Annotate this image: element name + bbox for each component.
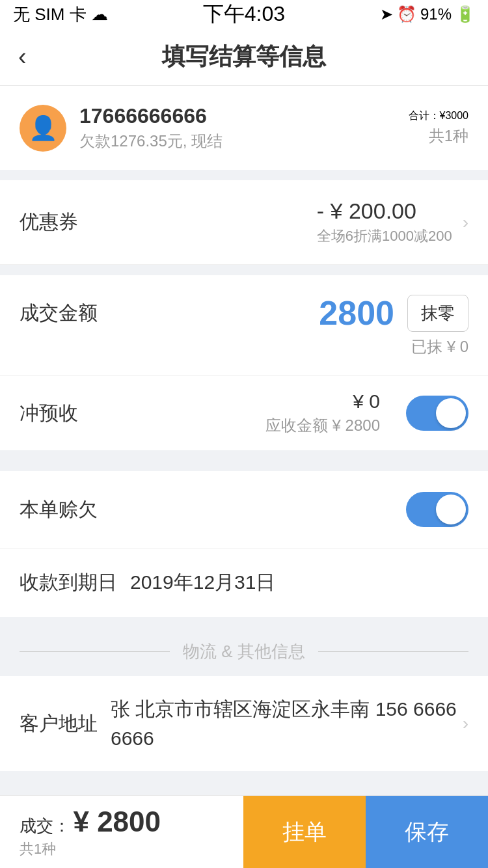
customer-left: 👤 17666666666 欠款1276.35元, 现结 — [20, 104, 223, 152]
bottom-bar: 成交： ¥ 2800 共1种 挂单 保存 — [0, 795, 488, 868]
customer-phone: 17666666666 — [79, 104, 223, 128]
toggle-knob — [436, 398, 466, 428]
debt-toggle-knob — [436, 495, 466, 524]
save-button[interactable]: 保存 — [366, 796, 488, 869]
nav-bar: ‹ 填写结算等信息 — [0, 29, 488, 86]
transaction-label: 成交金额 — [20, 300, 98, 327]
prereceive-toggle[interactable] — [406, 396, 468, 431]
line-left — [20, 651, 170, 652]
prereceive-amount: ¥ 0 — [265, 390, 380, 413]
round-button[interactable]: 抹零 — [407, 295, 468, 332]
battery-status: 91% — [420, 5, 452, 23]
coupon-desc: 全场6折满1000减200 — [317, 226, 452, 246]
customer-info-row: 👤 17666666666 欠款1276.35元, 现结 合计：¥3000 共1… — [0, 86, 488, 170]
status-bar: 无 SIM 卡 ☁ 下午4:03 ➤ ⏰ 91% 🔋 — [0, 0, 488, 29]
address-label: 客户地址 — [20, 711, 98, 737]
prereceive-right: ¥ 0 应收金额 ¥ 2800 — [265, 390, 468, 436]
address-chevron-icon: › — [463, 713, 468, 734]
avatar: 👤 — [20, 105, 66, 152]
total-label: 合计： — [409, 110, 440, 121]
logistics-divider: 物流 & 其他信息 — [0, 627, 488, 676]
status-right: ➤ ⏰ 91% 🔋 — [380, 5, 475, 23]
sim-status: 无 SIM 卡 ☁ — [13, 3, 108, 26]
debt-toggle[interactable] — [406, 492, 468, 527]
bottom-deal-count: 共1种 — [20, 839, 224, 859]
section-divider-2 — [0, 450, 488, 461]
prereceive-label: 冲预收 — [20, 400, 78, 427]
chevron-right-icon: › — [463, 212, 468, 233]
amount-right: 2800 抹零 — [319, 293, 468, 332]
debt-label: 本单赊欠 — [20, 496, 98, 523]
prereceive-sub: 应收金额 ¥ 2800 — [265, 415, 380, 436]
transaction-value: 2800 — [319, 293, 394, 332]
status-left: 无 SIM 卡 ☁ — [13, 3, 108, 26]
transaction-sub: 已抹 ¥ 0 — [20, 336, 468, 357]
total-count: 共1种 — [409, 126, 469, 146]
due-date-value: 2019年12月31日 — [130, 569, 275, 596]
debt-row: 本单赊欠 — [0, 471, 488, 548]
back-button[interactable]: ‹ — [18, 43, 27, 71]
customer-debt: 欠款1276.35元, 现结 — [79, 131, 223, 152]
location-icon: ➤ — [380, 5, 393, 23]
page-title: 填写结算等信息 — [162, 41, 326, 73]
coupon-info: - ¥ 200.00 全场6折满1000减200 — [317, 198, 452, 246]
bottom-deal-amount: ¥ 2800 — [73, 806, 161, 837]
address-value: 张 北京市市辖区海淀区永丰南 156 6666 6666 — [111, 694, 463, 753]
alarm-icon: ⏰ — [397, 5, 416, 23]
bottom-summary: 成交： ¥ 2800 共1种 — [0, 806, 243, 859]
logistics-text: 物流 & 其他信息 — [170, 640, 318, 663]
content-area: 👤 17666666666 欠款1276.35元, 现结 合计：¥3000 共1… — [0, 86, 488, 868]
customer-total: 合计：¥3000 共1种 — [409, 109, 469, 146]
address-row[interactable]: 客户地址 张 北京市市辖区海淀区永丰南 156 6666 6666 › — [0, 676, 488, 771]
due-date-row: 收款到期日 2019年12月31日 — [0, 548, 488, 617]
customer-details: 17666666666 欠款1276.35元, 现结 — [79, 104, 223, 152]
line-right — [318, 651, 468, 652]
status-time: 下午4:03 — [203, 0, 285, 29]
due-date-label: 收款到期日 — [20, 569, 117, 596]
avatar-icon: 👤 — [29, 115, 58, 142]
bottom-deal-label: 成交： — [20, 816, 70, 835]
amount-row: 成交金额 2800 抹零 — [20, 293, 468, 332]
battery-icon: 🔋 — [455, 5, 475, 23]
section-divider-1 — [0, 265, 488, 275]
coupon-label: 优惠券 — [20, 209, 78, 236]
pending-button[interactable]: 挂单 — [243, 796, 366, 869]
prereceive-row: 冲预收 ¥ 0 应收金额 ¥ 2800 — [0, 375, 488, 450]
total-amount: ¥3000 — [440, 110, 469, 121]
total-label-amount: 合计：¥3000 — [409, 109, 469, 123]
coupon-row[interactable]: 优惠券 - ¥ 200.00 全场6折满1000减200 › — [0, 180, 488, 265]
prereceive-center: ¥ 0 应收金额 ¥ 2800 — [265, 390, 380, 436]
transaction-section: 成交金额 2800 抹零 已抹 ¥ 0 — [0, 275, 488, 375]
bottom-deal-line: 成交： ¥ 2800 — [20, 806, 224, 838]
coupon-amount: - ¥ 200.00 — [317, 198, 452, 224]
coupon-right: - ¥ 200.00 全场6折满1000减200 › — [317, 198, 468, 246]
